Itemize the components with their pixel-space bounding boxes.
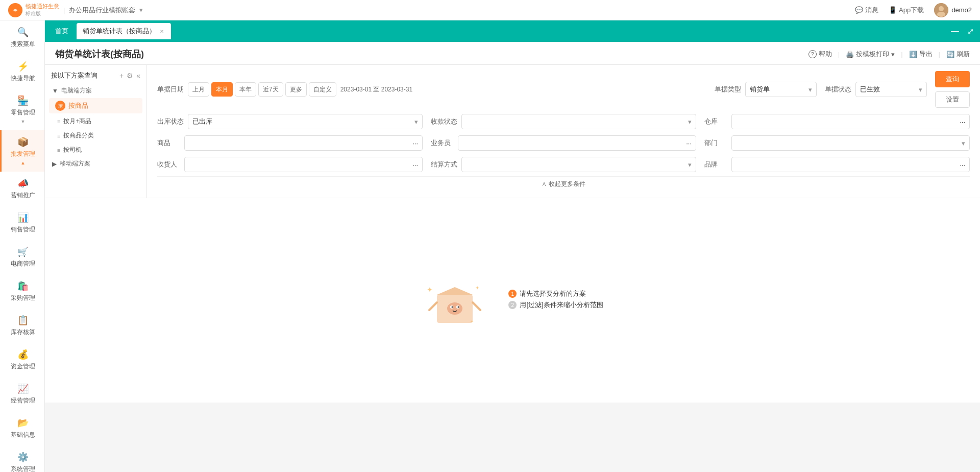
sidebar-item-sales[interactable]: 📊 销售管理 [0,206,44,240]
product-input[interactable]: ··· [184,135,423,151]
filter-row-3: 商品 ··· 业务员 ··· [157,135,970,151]
receipt-arrow: ▾ [688,118,692,126]
date-buttons-group: 上月 本月 本年 近7天 更多 自定义 2023-03-01 至 2023-03… [188,82,412,97]
salesman-input[interactable]: ··· [458,135,696,151]
filter-receiver: 收货人 ··· [157,157,423,172]
single-status-select[interactable]: 已生效 ▾ [855,82,927,97]
sidebar-item-system[interactable]: ⚙️ 系统管理 [0,445,44,472]
tip-2: 2 用[过滤]条件来缩小分析范围 [508,300,603,310]
out-status-arrow: ▾ [414,118,418,126]
date-btn-this-year[interactable]: 本年 [235,82,256,97]
add-scheme-button[interactable]: + [119,72,124,80]
header-title: 办公用品行业模拟账套 [69,6,135,15]
tab-sales-stat[interactable]: 销货单统计表（按商品） ✕ [77,23,171,39]
date-range-display: 2023-03-01 至 2023-03-31 [340,85,412,94]
app-download-action[interactable]: 📱 App下载 [889,6,924,15]
filter-out-status: 出库状态 已出库 ▾ [157,114,423,129]
svg-text:✦: ✦ [475,285,479,291]
list-icon-3: ≡ [57,147,60,153]
collapse-panel-button[interactable]: « [136,72,140,80]
help-button[interactable]: ? 帮助 [808,50,832,59]
date-btn-7days[interactable]: 近7天 [258,82,283,97]
payment-select[interactable]: ▾ [461,157,696,172]
logo-text: 畅捷通好生意 标准版 [26,3,59,17]
empty-content: ✦ ✦ ✦ 1 请先选择要分析的方案 2 用[过滤]条件来缩小 [422,267,603,335]
right-filter: 单据日期 上月 本月 本年 近7天 更多 自定义 2023-03-01 至 20… [147,65,980,198]
user-area[interactable]: demo2 [934,3,972,17]
tip-num-2: 2 [508,301,517,309]
retail-arrow: ▼ [21,119,26,124]
export-button[interactable]: ⬇️ 导出 [909,50,933,59]
mobile-group: ▶ 移动端方案 [45,157,146,170]
settings-button[interactable]: 设置 [935,91,970,108]
sidebar-item-search[interactable]: 🔍 搜索菜单 [0,20,44,55]
date-btn-more[interactable]: 更多 [285,82,307,97]
svg-line-10 [429,302,437,310]
tab-close-button[interactable]: ✕ [159,28,165,35]
tab-bar-right: — ⤢ [949,25,976,38]
sidebar-item-operation[interactable]: 📈 经营管理 [0,377,44,411]
tab-home[interactable]: 首页 [49,23,75,39]
warehouse-input[interactable]: ··· [731,114,970,129]
message-action[interactable]: 💬 消息 [855,6,878,15]
tab-minimize-button[interactable]: — [949,25,961,38]
filter-receipt-status: 收款状态 ▾ [431,114,696,129]
sidebar-item-wholesale[interactable]: 📦 批发管理 ▲ [0,130,44,172]
sidebar-item-inventory[interactable]: 📋 库存核算 [0,309,44,343]
sidebar-item-ecommerce[interactable]: 🛒 电商管理 [0,240,44,274]
page-header: 销货单统计表(按商品) ? 帮助 | 🖨️ 按模板打印 ▾ | ⬇️ [45,42,980,65]
sidebar-item-purchase[interactable]: 🛍️ 采购管理 [0,274,44,309]
refresh-button[interactable]: 🔄 刷新 [946,50,970,59]
panel-actions: + ⚙ « [119,72,140,80]
sidebar-item-basic[interactable]: 📂 基础信息 [0,411,44,445]
purchase-icon: 🛍️ [17,280,29,292]
settings-scheme-button[interactable]: ⚙ [127,72,133,80]
wholesale-arrow: ▲ [21,160,26,166]
desktop-group-title[interactable]: ▼ 电脑端方案 [49,84,142,97]
department-select[interactable]: ▾ [731,135,970,151]
system-icon: ⚙️ [17,452,29,463]
receipt-status-select[interactable]: ▾ [461,114,696,129]
sidebar-item-finance[interactable]: 💰 资金管理 [0,343,44,377]
tree-item-by-cashier[interactable]: ≡ 按司机 [49,143,142,157]
out-status-select[interactable]: 已出库 ▾ [188,114,423,129]
mobile-group-title[interactable]: ▶ 移动端方案 [49,157,142,170]
help-icon: ? [808,50,817,58]
sidebar-item-quick-nav[interactable]: ⚡ 快捷导航 [0,55,44,89]
tab-maximize-button[interactable]: ⤢ [965,25,976,38]
tree-item-by-product[interactable]: 按 按商品 [49,98,142,113]
sidebar-item-retail[interactable]: 🏪 零售管理 ▼ [0,89,44,130]
svg-point-8 [452,306,453,308]
receiver-input[interactable]: ··· [184,157,423,172]
template-print-button[interactable]: 🖨️ 按模板打印 ▾ [846,50,895,59]
logo-area[interactable]: 畅捷通好生意 标准版 [8,3,59,17]
status-arrow-icon: ▾ [919,86,922,93]
sidebar-item-marketing[interactable]: 📣 营销推广 [0,172,44,206]
svg-text:✦: ✦ [470,319,474,324]
list-icon-1: ≡ [57,119,60,125]
sales-icon: 📊 [17,212,29,223]
filter-single-date: 单据日期 上月 本月 本年 近7天 更多 自定义 2023-03-01 至 20… [157,82,412,97]
brand-dots: ··· [960,161,965,169]
ecommerce-icon: 🛒 [17,246,29,257]
salesman-dots: ··· [686,139,692,147]
filter-single-status: 单据状态 已生效 ▾ [825,82,927,97]
marketing-icon: 📣 [17,178,29,189]
svg-point-5 [447,302,462,315]
page-actions: ? 帮助 | 🖨️ 按模板打印 ▾ | ⬇️ 导出 | [808,50,970,59]
date-btn-last-month[interactable]: 上月 [188,82,209,97]
payment-arrow: ▾ [688,161,692,169]
quick-nav-icon: ⚡ [17,61,29,72]
single-type-select[interactable]: 销货单 ▾ [745,82,817,97]
query-button[interactable]: 查询 [935,71,970,87]
chevron-right-icon: ▶ [52,160,57,168]
date-btn-this-month[interactable]: 本月 [211,82,233,97]
date-btn-custom[interactable]: 自定义 [309,82,336,97]
filter-single-type: 单据类型 销货单 ▾ [715,82,817,97]
tree-item-by-category[interactable]: ≡ 按商品分类 [49,129,142,143]
wholesale-icon: 📦 [17,136,29,148]
header-dropdown[interactable]: ▾ [139,6,143,14]
collapse-conditions-button[interactable]: ∧ 收起更多条件 [157,176,970,192]
tree-item-by-month-product[interactable]: ≡ 按月+商品 [49,114,142,128]
brand-input[interactable]: ··· [731,157,970,172]
